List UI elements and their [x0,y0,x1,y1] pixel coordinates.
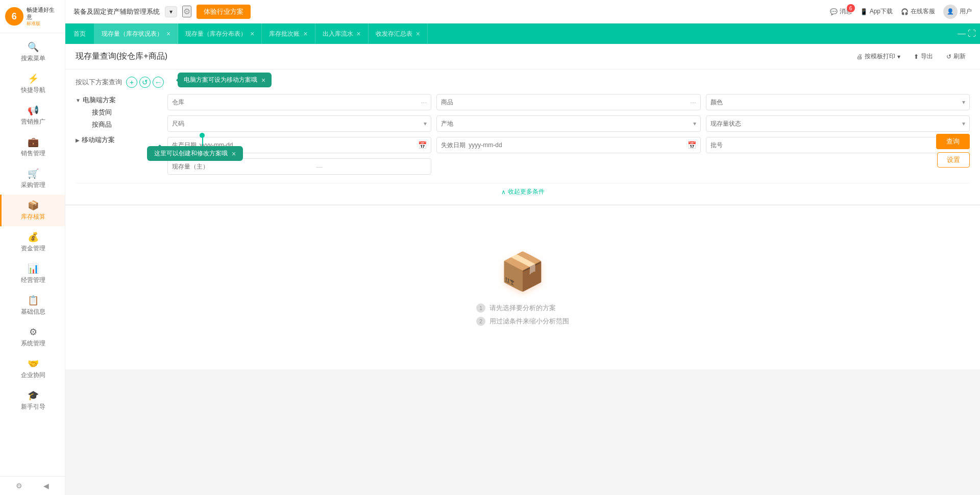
sidebar-item-quicknav[interactable]: ⚡ 快捷导航 [0,68,65,100]
tab-stock-status-label: 现存量（库存状况表） [102,30,163,38]
sidebar-item-business[interactable]: 📊 经营管理 [0,258,65,290]
product-field[interactable]: 商品 ··· [436,94,700,110]
tab-inout[interactable]: 出入库流水 × [315,23,369,44]
tab-batch[interactable]: 库存批次账 × [262,23,315,44]
tip-1-num: 1 [476,303,485,313]
desktop-expand-arrow[interactable]: ▼ [76,98,81,103]
tab-summary[interactable]: 收发存汇总表 × [369,23,428,44]
header-settings-btn[interactable]: ⚙ [182,6,191,17]
stock-main-to-input[interactable] [325,163,427,170]
refresh-btn[interactable]: ↺ 刷新 [942,50,970,63]
logo-area[interactable]: 6 畅捷通好生意 标准版 [0,0,65,33]
system-name: 装备及固定资产辅助管理系统 [74,7,160,16]
popover-scheme-close-btn[interactable]: × [261,76,265,84]
stock-main-from-input[interactable] [212,163,314,170]
tab-stock-status[interactable]: 现存量（库存状况表） × [94,23,178,44]
footer-settings-btn[interactable]: ⚙ [16,482,22,490]
scheme-item-jiehuo[interactable]: 接货间 [84,106,162,119]
sidebar-item-system[interactable]: ⚙ 系统管理 [0,321,65,353]
tab-close-stock-status[interactable]: × [166,30,170,38]
sidebar-item-label: 采购管理 [21,181,45,190]
sidebar-item-sales[interactable]: 💼 销售管理 [0,131,65,163]
print-btn[interactable]: 🖨 按模板打印 ▾ [852,50,904,63]
desktop-scheme-label[interactable]: 电脑端方案 [83,96,116,105]
phone-icon: 📱 [860,8,868,15]
online-service-btn[interactable]: 🎧 在线客服 [901,7,935,16]
origin-input[interactable] [456,120,693,127]
tab-home[interactable]: 首页 [65,23,94,44]
export-btn[interactable]: ⬆ 导出 [910,50,937,63]
origin-field[interactable]: 产地 ▾ [436,115,700,132]
user-area[interactable]: 👤 用户 [943,5,972,19]
message-icon: 💬 [830,8,838,15]
warehouse-input[interactable] [187,99,419,106]
tab-home-label: 首页 [74,30,86,38]
sidebar-item-purchase[interactable]: 🛒 采购管理 [0,163,65,195]
printer-icon: 🖨 [856,53,863,60]
tab-maximize-btn[interactable]: ⛶ [968,29,976,38]
size-field[interactable]: 尺码 ▾ [167,115,431,132]
tab-close-inout[interactable]: × [357,30,361,38]
stock-status-dropdown-icon[interactable]: ▾ [962,120,965,127]
product-input[interactable] [456,99,688,106]
trial-industry-btn[interactable]: 体验行业方案 [197,5,251,19]
footer-collapse-btn[interactable]: ◀ [43,482,49,490]
scheme-item-product[interactable]: 按商品 [84,119,162,131]
main-area: 装备及固定资产辅助管理系统 ▾ ⚙ 体验行业方案 💬 消息 6 📱 App下载 … [65,0,980,495]
mobile-scheme-label[interactable]: 移动端方案 [82,135,115,145]
tab-minimize-btn[interactable]: — [958,29,966,38]
expiry-date-calendar-icon[interactable]: 📅 [688,141,696,149]
sidebar-item-inventory[interactable]: 📦 库存核算 [0,195,65,226]
sidebar-item-marketing[interactable]: 📢 营销推广 [0,100,65,131]
system-select-btn[interactable]: ▾ [165,6,177,17]
tab-stock-dist[interactable]: 现存量（库存分布表） × [178,23,262,44]
collapse-btn[interactable]: ∧ 收起更多条件 [501,187,545,196]
product-more-icon[interactable]: ··· [690,98,696,106]
query-btn[interactable]: 查询 [936,134,970,149]
enterprise-icon: 🤝 [28,358,39,369]
sidebar-item-search[interactable]: 🔍 搜索菜单 [0,36,65,68]
sidebar-item-enterprise[interactable]: 🤝 企业协同 [0,353,65,385]
mobile-expand-arrow[interactable]: ▶ [76,137,80,143]
page-content: 现存量查询(按仓库+商品) 🖨 按模板打印 ▾ ⬆ 导出 ↺ 刷新 [65,44,980,495]
filter-add-btn[interactable]: + [126,77,137,88]
color-field[interactable]: 颜色 ▾ [706,94,970,110]
reset-btn[interactable]: 设置 [937,152,970,168]
size-dropdown-icon[interactable]: ▾ [424,120,427,127]
sidebar-item-basic[interactable]: 📋 基础信息 [0,290,65,321]
sidebar-item-finance[interactable]: 💰 资金管理 [0,226,65,258]
color-dropdown-icon[interactable]: ▾ [962,99,965,106]
stock-status-input[interactable] [744,120,962,127]
sidebar-item-label: 企业协同 [21,371,45,380]
filter-row-1: 仓库 ··· 商品 ··· 颜色 [167,94,970,110]
size-input[interactable] [187,120,424,127]
expiry-date-field[interactable]: 失效日期 📅 [436,137,700,153]
filter-section: 按以下方案查询 + ↺ ← 电脑方案可设为移动方案哦 × 这里可以创建和修改方案… [65,69,980,205]
tab-close-batch[interactable]: × [303,30,307,38]
stock-main-separator: — [316,163,323,171]
empty-tips: 1 请先选择要分析的方案 2 用过滤条件来缩小分析范围 [476,303,569,326]
tab-close-stock-dist[interactable]: × [250,30,254,38]
filter-refresh-btn[interactable]: ↺ [139,77,151,88]
warehouse-field[interactable]: 仓库 ··· [167,94,431,110]
tip-2-num: 2 [476,317,485,326]
popover-edit-close-btn[interactable]: × [232,150,236,158]
top-header: 装备及固定资产辅助管理系统 ▾ ⚙ 体验行业方案 💬 消息 6 📱 App下载 … [65,0,980,23]
expiry-date-input[interactable] [469,142,687,149]
warehouse-label: 仓库 [172,98,184,107]
batch-no-field[interactable]: 批号 [706,137,970,153]
batch-no-label: 批号 [710,141,723,150]
sidebar-nav: 🔍 搜索菜单 ⚡ 快捷导航 📢 营销推广 💼 销售管理 🛒 采购管理 📦 库存核… [0,33,65,476]
message-btn[interactable]: 💬 消息 6 [830,7,852,16]
sidebar-item-newbie[interactable]: 🎓 新手引导 [0,385,65,416]
production-date-calendar-icon[interactable]: 📅 [418,141,427,149]
batch-no-input[interactable] [726,142,965,149]
tab-close-summary[interactable]: × [416,30,420,38]
stock-status-field[interactable]: 现存量状态 ▾ [706,115,970,132]
popover-edit: 这里可以创建和修改方案哦 × [147,146,243,161]
warehouse-more-icon[interactable]: ··· [421,98,427,106]
origin-dropdown-icon[interactable]: ▾ [693,120,696,127]
app-download-btn[interactable]: 📱 App下载 [860,7,893,16]
filter-back-btn[interactable]: ← [153,77,164,88]
color-input[interactable] [726,99,962,106]
